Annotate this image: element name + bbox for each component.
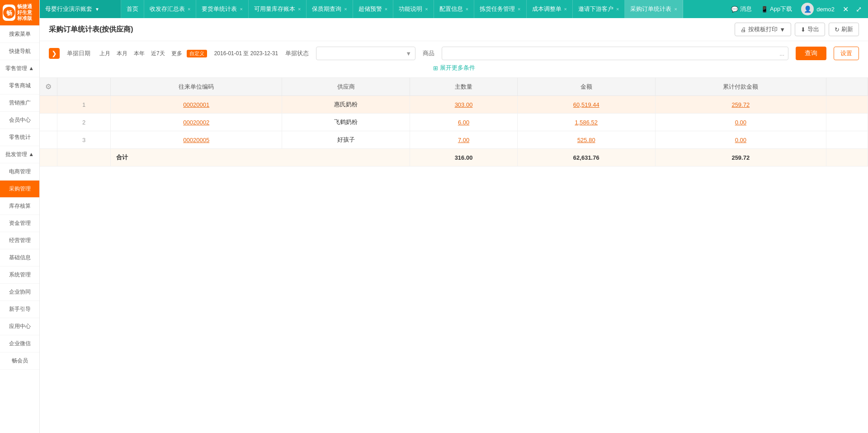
export-button[interactable]: ⬇ 导出 <box>795 23 825 36</box>
sidebar-item-appcenter[interactable]: 应用中心 <box>0 318 39 335</box>
date-shortcuts: 上月 本月 本年 近7天 更多 自定义 <box>98 49 207 58</box>
sidebar-item-vip[interactable]: 畅会员 <box>0 352 39 370</box>
sidebar-item-ops[interactable]: 经营管理 <box>0 232 39 249</box>
close-collect-tab[interactable]: × <box>188 6 190 12</box>
sidebar-item-retailmall[interactable]: 零售商城 <box>0 77 39 95</box>
settings-button[interactable]: 设置 <box>834 47 859 60</box>
query-button[interactable]: 查询 <box>796 47 826 60</box>
table-header-row: ⚙ 往来单位编码 供应商 主数量 金额 累计付款金额 <box>40 78 868 96</box>
close-window-btn[interactable]: ✕ <box>840 3 851 15</box>
sidebar-item-purchase[interactable]: 采购管理 <box>0 181 39 198</box>
sidebar-item-system[interactable]: 系统管理 <box>0 266 39 284</box>
shortcut-this-year[interactable]: 本年 <box>132 49 146 58</box>
tab-config[interactable]: 配置信息 × <box>434 0 474 18</box>
row2-paid[interactable]: 0.00 <box>655 114 826 131</box>
shortcut-7days[interactable]: 近7天 <box>149 49 167 58</box>
page-header: 采购订单统计表(按供应商) 🖨 按模板打印 ▼ ⬇ 导出 ↻ 刷新 <box>40 18 868 41</box>
tab-invite[interactable]: 邀请下游客户 × <box>573 0 625 18</box>
sidebar-item-search[interactable]: 搜索菜单 <box>0 25 39 43</box>
custom-date-badge[interactable]: 自定义 <box>187 50 207 57</box>
row1-code[interactable]: 00020001 <box>111 96 282 114</box>
sidebar-item-collab[interactable]: 企业协同 <box>0 284 39 301</box>
row3-settings <box>40 131 57 149</box>
store-selector[interactable]: 母婴行业演示账套 ▼ <box>40 0 121 18</box>
svg-text:畅: 畅 <box>6 10 12 16</box>
row1-index: 1 <box>57 96 111 114</box>
tab-expiry[interactable]: 保质期查询 × <box>307 0 353 18</box>
row2-settings <box>40 114 57 131</box>
sidebar-item-newbie[interactable]: 新手引导 <box>0 301 39 318</box>
row1-qty[interactable]: 303.00 <box>410 96 518 114</box>
expand-conditions-btn[interactable]: ⊞ 展开更多条件 <box>433 64 475 72</box>
tab-cost-adj[interactable]: 成本调整单 × <box>527 0 573 18</box>
sidebar-item-retailstat[interactable]: 零售统计 <box>0 129 39 146</box>
sidebar-item-retail[interactable]: 零售管理 ▲ <box>0 60 39 77</box>
filter-toggle-btn[interactable]: ❯ <box>49 48 60 59</box>
data-table: ⚙ 往来单位编码 供应商 主数量 金额 累计付款金额 <box>40 78 868 167</box>
row3-amount[interactable]: 525.80 <box>518 131 655 149</box>
tab-shelving[interactable]: 拣货任务管理 × <box>474 0 526 18</box>
close-config-tab[interactable]: × <box>466 6 468 12</box>
row3-paid[interactable]: 0.00 <box>655 131 826 149</box>
row1-paid[interactable]: 259.72 <box>655 96 826 114</box>
tab-collect[interactable]: 收发存汇总表 × <box>144 0 196 18</box>
sidebar-item-quicknav[interactable]: 快捷导航 <box>0 43 39 60</box>
sidebar-item-ecommerce[interactable]: 电商管理 <box>0 163 39 181</box>
restore-window-btn[interactable]: ⤢ <box>853 3 864 15</box>
close-goods-stat-tab[interactable]: × <box>240 6 242 12</box>
close-cost-adj-tab[interactable]: × <box>564 6 567 12</box>
close-purchase-stat-tab[interactable]: × <box>674 6 677 12</box>
close-shelving-tab[interactable]: × <box>518 6 520 12</box>
status-select[interactable]: ▼ <box>316 47 415 60</box>
close-func-desc-tab[interactable]: × <box>425 6 428 12</box>
row3-qty[interactable]: 7.00 <box>410 131 518 149</box>
avatar: 👤 <box>801 3 814 15</box>
close-invite-tab[interactable]: × <box>616 6 619 12</box>
column-settings-icon[interactable]: ⚙ <box>45 83 52 90</box>
sidebar-item-wholesale[interactable]: 批发管理 ▲ <box>0 146 39 163</box>
shortcut-more[interactable]: 更多 <box>170 49 184 58</box>
row2-qty[interactable]: 6.00 <box>410 114 518 131</box>
page-title: 采购订单统计表(按供应商) <box>49 25 133 34</box>
tab-func-desc[interactable]: 功能说明 × <box>393 0 434 18</box>
tab-purchase-stat[interactable]: 采购订单统计表 × <box>625 0 683 18</box>
row2-extra <box>826 114 868 131</box>
print-button[interactable]: 🖨 按模板打印 ▼ <box>735 23 791 36</box>
sidebar-item-inventory[interactable]: 库存核算 <box>0 198 39 215</box>
expand-row: ⊞ 展开更多条件 <box>49 64 859 72</box>
tab-overstock[interactable]: 超储预警 × <box>353 0 393 18</box>
col-amount: 金额 <box>518 78 655 96</box>
messages-btn[interactable]: 💬 消息 <box>727 5 755 13</box>
table-area: ⚙ 往来单位编码 供应商 主数量 金额 累计付款金额 <box>40 78 868 433</box>
shortcut-this-month[interactable]: 本月 <box>115 49 129 58</box>
footer-qty: 316.00 <box>410 149 518 167</box>
refresh-button[interactable]: ↻ 刷新 <box>829 23 859 36</box>
table-row: 1 00020001 惠氏奶粉 303.00 60,519.44 259.72 <box>40 96 868 114</box>
sidebar: 畅 畅捷通好生意 标准版 搜索菜单 快捷导航 零售管理 ▲ 零售商城 营销推广 … <box>0 0 40 433</box>
sidebar-item-marketing[interactable]: 营销推广 <box>0 95 39 112</box>
row1-amount[interactable]: 60,519.44 <box>518 96 655 114</box>
sidebar-item-corpwx[interactable]: 企业微信 <box>0 335 39 352</box>
row2-code[interactable]: 00020002 <box>111 114 282 131</box>
close-expiry-tab[interactable]: × <box>344 6 347 12</box>
footer-paid: 259.72 <box>655 149 826 167</box>
row2-amount[interactable]: 1,586.52 <box>518 114 655 131</box>
tab-available-stock[interactable]: 可用量库存账本 × <box>249 0 307 18</box>
footer-extra <box>826 149 868 167</box>
shortcut-last-month[interactable]: 上月 <box>98 49 112 58</box>
app-download-btn[interactable]: 📱 App下载 <box>757 5 796 13</box>
close-overstock-tab[interactable]: × <box>385 6 387 12</box>
tab-home[interactable]: 首页 <box>121 0 144 18</box>
content-wrapper: 采购订单统计表(按供应商) 🖨 按模板打印 ▼ ⬇ 导出 ↻ 刷新 <box>40 18 868 433</box>
row3-code[interactable]: 00020005 <box>111 131 282 149</box>
close-available-stock-tab[interactable]: × <box>298 6 301 12</box>
footer-label: 合计 <box>111 149 410 167</box>
goods-input[interactable]: ... <box>442 47 788 60</box>
sidebar-item-basic[interactable]: 基础信息 <box>0 249 39 266</box>
sidebar-item-members[interactable]: 会员中心 <box>0 112 39 129</box>
sidebar-item-finance[interactable]: 资金管理 <box>0 215 39 232</box>
row3-index: 3 <box>57 131 111 149</box>
user-profile[interactable]: 👤 demo2 <box>797 3 838 15</box>
tab-goods-stat[interactable]: 要货单统计表 × <box>196 0 248 18</box>
date-range-display: 2016-01-01 至 2023-12-31 <box>214 50 278 57</box>
